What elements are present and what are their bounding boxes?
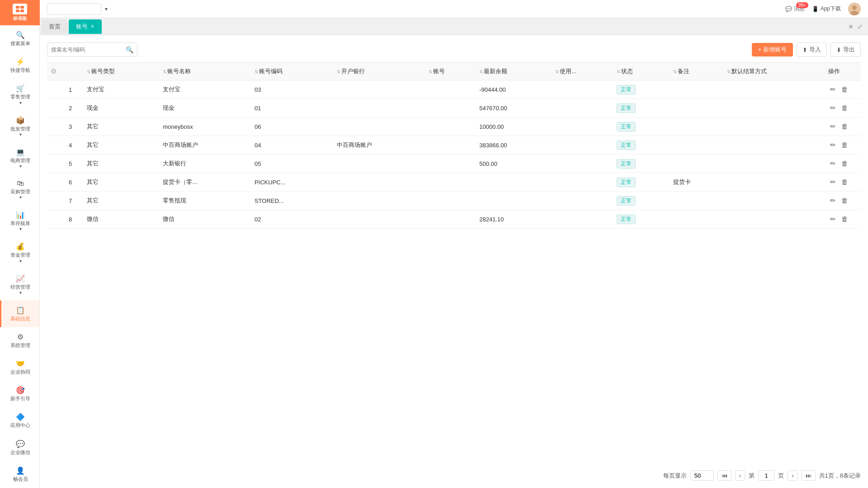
first-page-button[interactable]: ⏮ — [717, 470, 731, 481]
sidebar-item-finance[interactable]: 💰 资金管理 ▾ — [0, 237, 39, 268]
row-default-settlement — [723, 99, 825, 117]
table-row: 2 现金 现金 01 547670.00 正常 ✏ 🗑 — [47, 99, 861, 117]
tab-home[interactable]: 首页 — [42, 19, 68, 34]
delete-button[interactable]: 🗑 — [840, 214, 850, 224]
col-notes[interactable]: ⇅备注 — [670, 63, 723, 80]
enterprise-icon: 🤝 — [16, 359, 25, 368]
col-account[interactable]: ⇅账号 — [425, 63, 476, 80]
user-avatar[interactable] — [848, 3, 861, 15]
delete-button[interactable]: 🗑 — [840, 196, 850, 205]
close-window-icon[interactable]: ✕ — [848, 23, 854, 30]
row-bank — [333, 155, 425, 173]
operations-chevron-icon: ▾ — [19, 290, 22, 295]
chevron-down-icon: ▾ — [105, 6, 108, 12]
row-actions: ✏ 🗑 — [825, 136, 861, 155]
last-page-button[interactable]: ⏭ — [802, 470, 816, 481]
table-row: 4 其它 中百商场账户 04 中百商场账户 383866.00 正常 ✏ 🗑 — [47, 136, 861, 155]
row-code: 01 — [251, 99, 333, 117]
svg-rect-2 — [16, 9, 19, 12]
pagination-bar: 每页显示 50 10 20 100 ⏮ ‹ 第 页 › ⏭ 共1页，8条记录 — [47, 465, 861, 481]
sidebar-item-newguide[interactable]: 🎯 新手引导 — [0, 380, 39, 407]
table-row: 7 其它 零售抵现 STORED... 正常 ✏ 🗑 — [47, 192, 861, 210]
delete-button[interactable]: 🗑 — [840, 177, 850, 187]
delete-button[interactable]: 🗑 — [840, 140, 850, 150]
import-button[interactable]: ⬆ 导入 — [797, 42, 827, 57]
col-default-settlement[interactable]: ⇅默认结算方式 — [723, 63, 825, 80]
page-size-select[interactable]: 50 10 20 100 — [690, 470, 714, 481]
maximize-window-icon[interactable]: ⤢ — [857, 23, 863, 30]
tab-account[interactable]: 账号 ✕ — [69, 19, 102, 34]
sidebar-item-member[interactable]: 👤 畅会员 — [0, 461, 39, 488]
row-balance — [476, 173, 552, 192]
sidebar-item-inventory[interactable]: 📊 库存核算 ▾ — [0, 205, 39, 237]
sidebar-item-ecommerce[interactable]: 💻 电商管理 ▾ — [0, 142, 39, 174]
col-settings: ⚙ — [47, 63, 65, 80]
sidebar-item-corpwechat[interactable]: 💬 企业微信 — [0, 434, 39, 461]
next-page-button[interactable]: › — [788, 470, 797, 481]
row-actions: ✏ 🗑 — [825, 210, 861, 229]
page-number-input[interactable] — [758, 470, 774, 481]
export-button[interactable]: ⬇ 导出 — [830, 42, 861, 57]
sidebar-item-system[interactable]: ⚙ 系统管理 — [0, 327, 39, 354]
sidebar-item-wholesale[interactable]: 📦 批发管理 ▾ — [0, 111, 39, 142]
col-bank[interactable]: ⇅开户银行 — [333, 63, 425, 80]
wholesale-chevron-icon: ▾ — [19, 132, 22, 137]
settings-icon[interactable]: ⚙ — [51, 67, 57, 75]
tab-account-close-icon[interactable]: ✕ — [90, 23, 94, 29]
row-account — [425, 99, 476, 117]
row-code: 02 — [251, 210, 333, 229]
row-bank — [333, 99, 425, 117]
table-row: 8 微信 微信 02 28241.10 正常 ✏ 🗑 — [47, 210, 861, 229]
sidebar-item-basic[interactable]: 📋 基础信息 — [0, 300, 39, 327]
logo-text: 标准版 — [13, 15, 27, 22]
search-input[interactable] — [51, 47, 126, 53]
row-usage — [552, 173, 613, 192]
edit-button[interactable]: ✏ — [828, 214, 838, 224]
row-usage — [552, 136, 613, 155]
edit-button[interactable]: ✏ — [828, 140, 838, 150]
app-download-button[interactable]: 📱 App下载 — [812, 5, 841, 13]
search-box[interactable]: 🔍 — [47, 42, 137, 57]
sidebar-item-retail[interactable]: 🛒 零售管理 ▾ — [0, 79, 39, 110]
finance-chevron-icon: ▾ — [19, 258, 22, 263]
edit-button[interactable]: ✏ — [828, 84, 838, 94]
delete-button[interactable]: 🗑 — [840, 159, 850, 168]
sidebar-item-enterprise[interactable]: 🤝 企业协同 — [0, 354, 39, 380]
row-bank — [333, 80, 425, 99]
edit-button[interactable]: ✏ — [828, 196, 838, 206]
message-button[interactable]: 💬 消息 99+ — [785, 5, 805, 13]
add-account-button[interactable]: + 新增账号 — [752, 43, 793, 56]
edit-button[interactable]: ✏ — [828, 122, 838, 131]
row-usage — [552, 80, 613, 99]
col-status[interactable]: ⇅状态 — [613, 63, 670, 80]
sidebar-item-shortcuts[interactable]: ⚡ 快捷导航 — [0, 52, 39, 79]
delete-button[interactable]: 🗑 — [840, 122, 850, 131]
header-dropdown[interactable]: ▾ — [105, 6, 108, 12]
row-status: 正常 — [613, 136, 670, 155]
svg-point-5 — [852, 5, 857, 10]
edit-button[interactable]: ✏ — [828, 177, 838, 187]
col-type[interactable]: ⇅账号类型 — [83, 63, 159, 80]
col-name[interactable]: ⇅账号名称 — [159, 63, 251, 80]
delete-button[interactable]: 🗑 — [840, 84, 850, 94]
row-num: 7 — [65, 192, 83, 210]
col-usage[interactable]: ⇅使用... — [552, 63, 613, 80]
header-search-input[interactable] — [47, 3, 101, 15]
row-name: 现金 — [159, 99, 251, 117]
edit-button[interactable]: ✏ — [828, 159, 838, 169]
add-account-label: + 新增账号 — [758, 46, 787, 54]
sidebar-item-search[interactable]: 🔍 搜索菜单 — [0, 25, 39, 52]
delete-button[interactable]: 🗑 — [840, 103, 850, 113]
row-usage — [552, 192, 613, 210]
col-balance[interactable]: ⇅最新余额 — [476, 63, 552, 80]
row-account — [425, 155, 476, 173]
row-default-settlement — [723, 210, 825, 229]
sidebar-item-operations[interactable]: 📈 经营管理 ▾ — [0, 269, 39, 300]
col-code[interactable]: ⇅账号编码 — [251, 63, 333, 80]
edit-button[interactable]: ✏ — [828, 103, 838, 113]
prev-page-button[interactable]: ‹ — [735, 470, 745, 481]
sidebar-item-appcenter[interactable]: 🔷 应用中心 — [0, 407, 39, 434]
page-suffix: 页 — [778, 472, 784, 480]
row-status: 正常 — [613, 210, 670, 229]
sidebar-item-purchase[interactable]: 🛍 采购管理 ▾ — [0, 174, 39, 205]
